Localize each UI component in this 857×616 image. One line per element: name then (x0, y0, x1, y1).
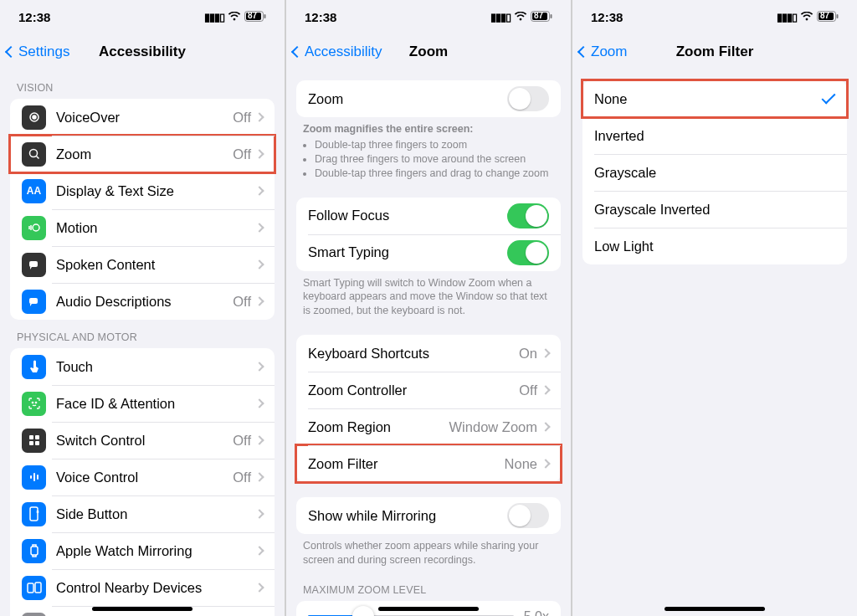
scroll-content[interactable]: None Inverted Grayscale Grayscale Invert… (572, 70, 857, 616)
screen-zoom-filter: 12:38 ▮▮▮▯ 87 Zoom Zoom Filter None Inve… (572, 0, 857, 616)
spoken-icon (22, 253, 46, 277)
row-zoom-region[interactable]: Zoom Region Window Zoom (296, 408, 561, 445)
nav-bar: Accessibility Zoom (286, 33, 571, 70)
cellular-signal-icon: ▮▮▮▯ (204, 11, 224, 23)
filter-inverted[interactable]: Inverted (582, 117, 847, 154)
row-zoom-filter[interactable]: Zoom Filter None (296, 445, 561, 482)
filter-grayscale-inv[interactable]: Grayscale Inverted (582, 191, 847, 228)
row-label: Spoken Content (56, 257, 256, 273)
back-button[interactable]: Accessibility (293, 44, 382, 60)
group-pm: Touch Face ID & Attention Switch Control… (10, 348, 275, 616)
chevron-right-icon (254, 149, 264, 158)
zoom-description: Zoom magnifies the entire screen: Double… (286, 117, 571, 182)
zoom-toggle[interactable] (507, 86, 549, 111)
status-bar: 12:38 ▮▮▮▯ 87 (572, 0, 857, 33)
status-indicators: ▮▮▮▯ 87 (490, 10, 552, 24)
row-label: Zoom Region (308, 419, 449, 435)
row-value: On (519, 346, 537, 362)
row-zoom[interactable]: Zoom Off (10, 136, 275, 172)
row-voice-control[interactable]: Voice Control Off (10, 459, 275, 495)
back-label: Accessibility (305, 44, 382, 60)
row-kb-shortcuts[interactable]: Keyboard Shortcuts On (296, 335, 561, 372)
smart-toggle[interactable] (507, 240, 549, 265)
row-value: Off (233, 294, 251, 310)
chevron-right-icon (541, 422, 550, 431)
group-zoom-toggle: Zoom (296, 80, 561, 117)
row-smart-typing[interactable]: Smart Typing (296, 234, 561, 271)
section-header-pm: PHYSICAL AND MOTOR (0, 320, 285, 348)
chevron-right-icon (254, 472, 264, 481)
chevron-right-icon (541, 348, 550, 357)
chevron-right-icon (254, 509, 264, 518)
back-label: Zoom (591, 44, 627, 60)
svg-rect-7 (29, 261, 38, 267)
screen-accessibility: 12:38 ▮▮▮▯ 87 Settings Accessibility VIS… (0, 0, 285, 616)
row-side-button[interactable]: Side Button (10, 495, 275, 532)
filter-none[interactable]: None (582, 80, 847, 117)
switch-icon (22, 429, 46, 453)
svg-rect-18 (30, 507, 38, 521)
cellular-signal-icon: ▮▮▮▯ (490, 11, 511, 23)
row-label: Zoom Controller (308, 382, 519, 398)
faceid-icon (22, 392, 46, 416)
mirror-footer: Controls whether zoom appears while shar… (286, 534, 571, 569)
row-label: Grayscale (594, 165, 835, 181)
row-motion[interactable]: Motion (10, 209, 275, 246)
home-indicator[interactable] (665, 607, 765, 611)
row-follow-focus[interactable]: Follow Focus (296, 198, 561, 234)
group-vision: VoiceOver Off Zoom Off AA Display & Text… (10, 99, 275, 320)
back-button[interactable]: Zoom (579, 44, 627, 60)
mirror-toggle[interactable] (507, 503, 549, 528)
row-switch-control[interactable]: Switch Control Off (10, 422, 275, 459)
scroll-content[interactable]: VISION VoiceOver Off Zoom Off AA Display… (0, 70, 285, 616)
row-zoom-controller[interactable]: Zoom Controller Off (296, 372, 561, 408)
status-bar: 12:38 ▮▮▮▯ 87 (0, 0, 285, 33)
row-watch-mirror[interactable]: Apple Watch Mirroring (10, 532, 275, 569)
row-value: Off (233, 146, 251, 162)
voicectrl-icon (22, 465, 46, 490)
wifi-icon (228, 12, 241, 22)
row-label: None (594, 91, 822, 107)
row-label: Inverted (594, 128, 835, 144)
row-audio-desc[interactable]: Audio Descriptions Off (10, 283, 275, 320)
row-zoom-switch[interactable]: Zoom (296, 80, 561, 117)
svg-rect-11 (29, 435, 33, 439)
filter-grayscale[interactable]: Grayscale (582, 154, 847, 191)
row-value: None (505, 456, 537, 472)
row-label: Control Nearby Devices (56, 580, 256, 596)
home-indicator[interactable] (92, 607, 192, 611)
filter-lowlight[interactable]: Low Light (582, 228, 847, 264)
row-display-text[interactable]: AA Display & Text Size (10, 172, 275, 209)
row-label: Zoom Filter (308, 456, 505, 472)
back-button[interactable]: Settings (7, 44, 69, 60)
home-indicator[interactable] (378, 607, 479, 611)
row-spoken-content[interactable]: Spoken Content (10, 246, 275, 283)
svg-rect-27 (551, 14, 552, 18)
row-value: Off (519, 382, 537, 398)
audiodesc-icon (22, 290, 46, 314)
svg-rect-30 (837, 14, 839, 18)
row-voiceover[interactable]: VoiceOver Off (10, 99, 275, 136)
row-faceid[interactable]: Face ID & Attention (10, 385, 275, 422)
chevron-right-icon (254, 546, 264, 555)
chevron-right-icon (254, 398, 264, 408)
status-indicators: ▮▮▮▯ 87 (204, 10, 266, 24)
row-nearby[interactable]: Control Nearby Devices (10, 569, 275, 606)
voiceover-icon (22, 105, 46, 130)
svg-rect-16 (33, 473, 35, 481)
row-touch[interactable]: Touch (10, 348, 275, 385)
status-indicators: ▮▮▮▯ 87 (777, 10, 839, 24)
row-label: Show while Mirroring (308, 508, 507, 524)
row-mirror[interactable]: Show while Mirroring (296, 497, 561, 534)
battery-icon: 87 (817, 10, 839, 24)
follow-toggle[interactable] (507, 203, 549, 228)
section-header-max: MAXIMUM ZOOM LEVEL (286, 569, 571, 601)
row-label: Keyboard Shortcuts (308, 346, 519, 362)
nearby-icon (22, 576, 46, 600)
row-label: Face ID & Attention (56, 396, 256, 412)
chevron-right-icon (254, 186, 264, 195)
row-label: Zoom (56, 146, 233, 162)
chevron-right-icon (254, 296, 264, 305)
scroll-content[interactable]: Zoom Zoom magnifies the entire screen: D… (286, 70, 571, 616)
svg-point-9 (32, 402, 33, 403)
